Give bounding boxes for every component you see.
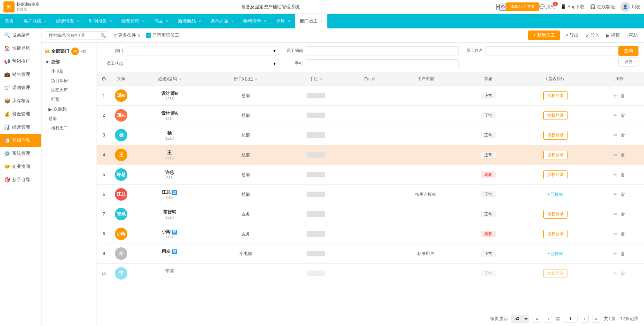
th-name[interactable]: 姓名/编码 ⇅	[131, 72, 208, 86]
nav-tab-利润报告[interactable]: 利润报告×	[84, 14, 117, 28]
dept-item-zhicun[interactable]: 植村王二	[42, 123, 97, 133]
delete-button[interactable]: 🗑	[620, 191, 626, 198]
auth-button[interactable]: 授权登录	[543, 131, 568, 140]
edit-button[interactable]: ✏	[613, 171, 618, 178]
settings-icon[interactable]: ⚙	[500, 3, 506, 11]
status-select[interactable]: ▾	[126, 59, 279, 68]
edit-button[interactable]: ✏	[613, 112, 618, 119]
first-page-button[interactable]: «	[533, 315, 541, 323]
dept-item-shenyang[interactable]: 沈阳大库	[42, 86, 97, 95]
close-tab-icon[interactable]: ×	[142, 19, 144, 23]
auth-button[interactable]: 授权登录	[543, 151, 568, 159]
nav-tab-新增商品[interactable]: 新增商品×	[173, 14, 206, 28]
help-button[interactable]: | 帮助	[625, 31, 640, 40]
nav-tab-首页[interactable]: 首页	[0, 14, 19, 28]
edit-button[interactable]: ✏	[613, 211, 618, 218]
add-employee-button[interactable]: + 新增员工	[528, 30, 560, 40]
user-action[interactable]: 👤 用友	[620, 2, 641, 12]
dept-item-shuanglu[interactable]: ▶ 双鹿想	[42, 104, 97, 114]
search-input[interactable]	[46, 31, 108, 39]
delete-button[interactable]: 🗑	[620, 250, 626, 257]
edit-button[interactable]: ✏	[613, 270, 618, 277]
nav-tab-客户联络[interactable]: 客户联络×	[19, 14, 51, 28]
message-action[interactable]: 💬 消息 5	[539, 4, 555, 10]
per-page-select[interactable]: 50 20 100	[511, 315, 529, 323]
auth-button[interactable]: 授权登录	[543, 269, 568, 278]
close-tab-icon[interactable]: ×	[77, 19, 79, 23]
sidebar-item-新手引导[interactable]: 🎯新手引导	[0, 173, 41, 186]
close-tab-icon[interactable]: ×	[44, 19, 46, 23]
nav-tab-仓库[interactable]: 仓库×	[271, 14, 295, 28]
dept-collapse-icon[interactable]: ≪	[81, 49, 86, 54]
close-tab-icon[interactable]: ×	[320, 19, 323, 23]
edit-button[interactable]: ✏	[613, 230, 618, 237]
edit-button[interactable]: ✏	[613, 132, 618, 139]
sidebar-item-经营管理[interactable]: 📊经营管理	[0, 121, 41, 134]
delete-button[interactable]: 🗑	[620, 171, 626, 178]
delete-button[interactable]: 🗑	[620, 92, 626, 99]
th-dept[interactable]: 部门/职位 ⇅	[208, 72, 284, 86]
sidebar-item-采购管理[interactable]: 🛒采购管理	[0, 81, 41, 94]
export-button[interactable]: ↗ 导出	[563, 31, 581, 40]
sidebar-item-企业协同[interactable]: 🤝企业协同	[0, 160, 41, 173]
dept-refresh-button[interactable]: ↺	[71, 47, 79, 55]
next-page-button[interactable]: ›	[581, 315, 589, 323]
edit-button[interactable]: ✏	[613, 250, 618, 257]
video-button[interactable]: ▶ 视频	[604, 31, 622, 40]
sidebar-item-资金管理[interactable]: 💰资金管理	[0, 107, 41, 121]
delete-button[interactable]: 🗑	[620, 270, 626, 277]
dept-item-peihua[interactable]: 配货	[42, 95, 97, 104]
expand-dropdown-icon[interactable]: ▾	[496, 4, 500, 10]
delete-button[interactable]: 🗑	[620, 151, 626, 158]
nav-tab-部门员工[interactable]: 部门员工×	[295, 14, 327, 28]
filter-button[interactable]: ▽ 更多条件 ∧	[111, 31, 143, 40]
close-tab-icon[interactable]: ×	[199, 19, 201, 23]
app-download-action[interactable]: 📱 App下载	[561, 4, 584, 10]
auth-button[interactable]: 授权登录	[543, 170, 568, 179]
nav-tab-物料清单[interactable]: 物料清单×	[238, 14, 271, 28]
set-button[interactable]: 设置	[618, 57, 638, 67]
show-resign-checkbox[interactable]: ✓	[146, 33, 151, 38]
delete-button[interactable]: 🗑	[620, 112, 626, 119]
close-tab-icon[interactable]: ×	[232, 19, 234, 23]
edit-button[interactable]: ✏	[613, 151, 618, 158]
sidebar-item-基础信息[interactable]: 📋基础信息	[0, 134, 41, 147]
nav-tab-经营历程[interactable]: 经营历程×	[117, 14, 149, 28]
phone-input[interactable]	[306, 59, 459, 68]
online-service-action[interactable]: 🎧 在线客服	[590, 4, 615, 10]
edit-button[interactable]: ✏	[613, 92, 618, 99]
sidebar-item-系统管理[interactable]: ⚙️系统管理	[0, 147, 41, 160]
auth-button[interactable]: 授权登录	[543, 111, 568, 120]
dept-item-xiaodian[interactable]: 小电部	[42, 67, 97, 76]
show-resign-wrap[interactable]: ✓ 显示离职员工	[146, 32, 179, 38]
delete-button[interactable]: 🗑	[620, 132, 626, 139]
trial-button[interactable]: 体验行业方案	[506, 2, 539, 11]
dept-item-project[interactable]: 项目库房	[42, 76, 97, 86]
delete-button[interactable]: 🗑	[620, 230, 626, 237]
close-tab-icon[interactable]: ×	[288, 19, 290, 23]
page-number-input[interactable]	[564, 315, 578, 323]
nav-tab-条码方案[interactable]: 条码方案×	[206, 14, 238, 28]
sidebar-item-销售管理[interactable]: 💼销售管理	[0, 68, 41, 81]
nav-tab-经营情况[interactable]: 经营情况×	[51, 14, 84, 28]
auth-button[interactable]: 授权登录	[543, 210, 568, 219]
dept-item-headquarter[interactable]: ▼ 总部	[42, 57, 97, 67]
edit-button[interactable]: ✏	[613, 191, 618, 198]
import-button[interactable]: ↙ 导入	[583, 31, 601, 40]
th-phone[interactable]: 手机 ⇅	[283, 72, 348, 86]
prev-page-button[interactable]: ‹	[545, 315, 552, 323]
close-tab-icon[interactable]: ×	[264, 19, 266, 23]
delete-button[interactable]: 🗑	[620, 211, 626, 218]
nav-tab-商品[interactable]: 商品×	[149, 14, 173, 28]
code-input[interactable]	[306, 46, 459, 55]
sidebar-item-搜索菜单[interactable]: 🔍搜索菜单	[0, 28, 41, 42]
sidebar-item-营销推广[interactable]: 📢营销推广	[0, 55, 41, 68]
column-settings-icon[interactable]: ⚙	[101, 76, 106, 82]
query-button[interactable]: 查询	[618, 46, 638, 56]
close-tab-icon[interactable]: ×	[110, 19, 112, 23]
name-input[interactable]	[486, 46, 638, 55]
dept-select[interactable]: ▾	[126, 46, 279, 55]
dept-item-zongbu[interactable]: 总部	[42, 114, 97, 123]
auth-button[interactable]: 授权登录	[543, 91, 568, 100]
sidebar-item-快捷导航[interactable]: 🏠快捷导航	[0, 42, 41, 55]
